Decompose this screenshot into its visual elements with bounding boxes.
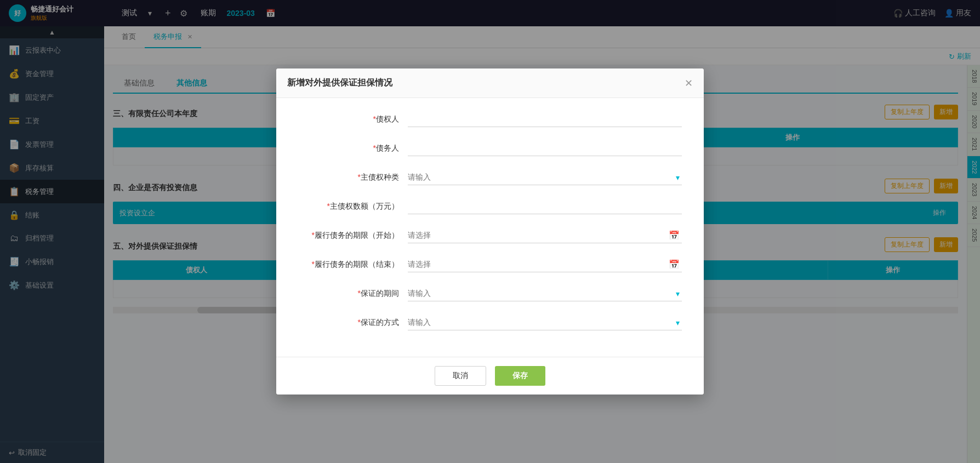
calendar-icon-debt-period-end[interactable]: 📅 <box>669 259 680 270</box>
save-button[interactable]: 保存 <box>495 366 545 386</box>
modal-overlay: 新增对外提供保证担保情况 ✕ *债权人*债务人*主债权种类▾*主债权数额（万元）… <box>0 0 980 463</box>
form-row-guarantee-period: *保证的期间▾ <box>298 285 682 301</box>
modal-close-button[interactable]: ✕ <box>685 78 693 88</box>
date-wrap-debt-period-start: 📅 <box>408 227 682 243</box>
required-mark-guarantee-method: * <box>358 318 361 327</box>
required-mark-debtor: * <box>373 144 376 152</box>
modal-dialog: 新增对外提供保证担保情况 ✕ *债权人*债务人*主债权种类▾*主债权数额（万元）… <box>276 68 704 395</box>
modal-footer: 取消 保存 <box>276 357 704 395</box>
form-row-creditor-amount: *主债权数额（万元） <box>298 198 682 214</box>
input-wrap-creditor-amount <box>408 198 682 214</box>
select-wrap-guarantee-period: ▾ <box>408 285 682 301</box>
required-mark-creditor-type: * <box>358 173 361 181</box>
label-creditor-amount: *主债权数额（万元） <box>298 202 408 212</box>
date-input-debt-period-end[interactable] <box>408 256 682 272</box>
label-debt-period-start: *履行债务的期限（开始） <box>298 231 408 241</box>
required-mark-debt-period-start: * <box>312 231 315 239</box>
select-guarantee-period[interactable] <box>408 285 682 301</box>
form-row-debt-period-end: *履行债务的期限（结束）📅 <box>298 256 682 272</box>
label-guarantee-period: *保证的期间 <box>298 289 408 299</box>
required-mark-guarantee-period: * <box>358 289 361 298</box>
label-creditor-type: *主债权种类 <box>298 173 408 182</box>
required-mark-debt-period-end: * <box>312 260 315 268</box>
label-guarantee-method: *保证的方式 <box>298 318 408 328</box>
required-mark-creditor-amount: * <box>327 202 330 210</box>
required-mark-creditor: * <box>373 115 376 123</box>
modal-header: 新增对外提供保证担保情况 ✕ <box>276 68 704 98</box>
select-creditor-type[interactable] <box>408 169 682 185</box>
input-wrap-creditor <box>408 111 682 127</box>
modal-title: 新增对外提供保证担保情况 <box>287 77 392 89</box>
calendar-icon-debt-period-start[interactable]: 📅 <box>669 230 680 241</box>
form-row-debt-period-start: *履行债务的期限（开始）📅 <box>298 227 682 243</box>
cancel-button[interactable]: 取消 <box>435 366 486 386</box>
input-debtor[interactable] <box>408 140 682 156</box>
form-row-creditor: *债权人 <box>298 111 682 127</box>
input-creditor-amount[interactable] <box>408 198 682 214</box>
form-row-guarantee-method: *保证的方式▾ <box>298 315 682 330</box>
form-row-creditor-type: *主债权种类▾ <box>298 169 682 185</box>
select-wrap-creditor-type: ▾ <box>408 169 682 185</box>
select-guarantee-method[interactable] <box>408 315 682 330</box>
modal-body: *债权人*债务人*主债权种类▾*主债权数额（万元）*履行债务的期限（开始）📅*履… <box>276 98 704 357</box>
date-wrap-debt-period-end: 📅 <box>408 256 682 272</box>
label-creditor: *债权人 <box>298 115 408 124</box>
label-debtor: *债务人 <box>298 144 408 153</box>
label-debt-period-end: *履行债务的期限（结束） <box>298 260 408 270</box>
form-row-debtor: *债务人 <box>298 140 682 156</box>
date-input-debt-period-start[interactable] <box>408 227 682 243</box>
input-creditor[interactable] <box>408 111 682 127</box>
select-wrap-guarantee-method: ▾ <box>408 315 682 330</box>
input-wrap-debtor <box>408 140 682 156</box>
